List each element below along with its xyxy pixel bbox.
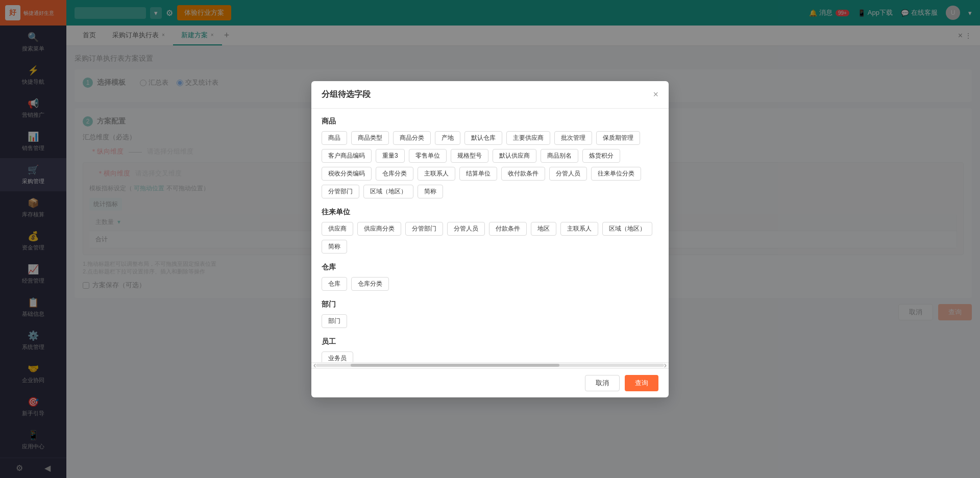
section-partner-title: 往来单位: [322, 208, 658, 217]
goods-fields: 商品 商品类型 商品分类 产地 默认仓库 主要供应商 批次管理 保质期管理 客户…: [322, 131, 658, 198]
section-employee: 员工 业务员: [322, 337, 658, 362]
field-重量3[interactable]: 重量3: [376, 149, 405, 163]
hscroll-thumb[interactable]: [351, 364, 559, 367]
modal-horizontal-scrollbar[interactable]: ‹ ›: [311, 362, 669, 368]
field-分管人员2[interactable]: 分管人员: [447, 222, 485, 236]
hscroll-track[interactable]: [316, 364, 664, 367]
field-主联系人2[interactable]: 主联系人: [560, 222, 598, 236]
field-供应商分类[interactable]: 供应商分类: [357, 222, 401, 236]
field-保质期管理[interactable]: 保质期管理: [596, 131, 640, 145]
field-结算单位[interactable]: 结算单位: [459, 167, 497, 181]
field-炼货积分[interactable]: 炼货积分: [582, 149, 620, 163]
field-往来单位分类[interactable]: 往来单位分类: [591, 167, 641, 181]
main-area: ▾ ⚙ 体验行业方案 🔔 消息 99+ 📱 App下载 💬 在线客服: [66, 0, 980, 478]
section-goods: 商品 商品 商品类型 商品分类 产地 默认仓库 主要供应商 批次管理 保质期管理: [322, 117, 658, 198]
field-主联系人[interactable]: 主联系人: [418, 167, 455, 181]
section-warehouse-title: 仓库: [322, 263, 658, 272]
field-商品分类[interactable]: 商品分类: [393, 131, 431, 145]
field-商品[interactable]: 商品: [322, 131, 347, 145]
section-goods-title: 商品: [322, 117, 658, 126]
field-税收分类编码[interactable]: 税收分类编码: [322, 167, 372, 181]
section-partner: 往来单位 供应商 供应商分类 分管部门 分管人员 付款条件 地区 主联系人 区域…: [322, 208, 658, 254]
field-默认仓库[interactable]: 默认仓库: [464, 131, 502, 145]
field-分管部门2[interactable]: 分管部门: [405, 222, 443, 236]
warehouse-fields: 仓库 仓库分类: [322, 277, 658, 291]
field-付款条件[interactable]: 付款条件: [489, 222, 527, 236]
field-仓库[interactable]: 仓库: [322, 277, 347, 291]
modal-title: 分组待选字段: [322, 89, 371, 100]
field-批次管理[interactable]: 批次管理: [554, 131, 592, 145]
employee-fields: 业务员: [322, 351, 658, 362]
section-warehouse: 仓库 仓库 仓库分类: [322, 263, 658, 291]
field-商品别名[interactable]: 商品别名: [541, 149, 578, 163]
modal-confirm-button[interactable]: 查询: [625, 375, 658, 391]
section-department: 部门 部门: [322, 300, 658, 328]
field-仓库分类[interactable]: 仓库分类: [376, 167, 413, 181]
modal-body[interactable]: 商品 商品 商品类型 商品分类 产地 默认仓库 主要供应商 批次管理 保质期管理: [311, 109, 669, 362]
modal-overlay: 分组待选字段 × 商品 商品 商品类型 商品分类 产地 默: [66, 46, 980, 478]
field-简称1[interactable]: 简称: [418, 185, 443, 198]
content-area: 采购订单执行表方案设置 1 选择模板 汇总表 交叉统计表: [66, 46, 980, 478]
modal-footer: 取消 查询: [311, 368, 669, 397]
field-供应商[interactable]: 供应商: [322, 222, 353, 236]
field-仓库分类2[interactable]: 仓库分类: [351, 277, 389, 291]
modal-cancel-button[interactable]: 取消: [585, 375, 620, 391]
field-select-modal: 分组待选字段 × 商品 商品 商品类型 商品分类 产地 默: [311, 81, 669, 397]
field-商品类型[interactable]: 商品类型: [351, 131, 389, 145]
field-简称2[interactable]: 简称: [322, 240, 347, 254]
field-主要供应商[interactable]: 主要供应商: [506, 131, 550, 145]
field-默认供应商[interactable]: 默认供应商: [493, 149, 536, 163]
field-业务员[interactable]: 业务员: [322, 351, 353, 362]
field-区域地区1[interactable]: 区域（地区）: [363, 185, 413, 198]
field-收付款条件[interactable]: 收付款条件: [501, 167, 545, 181]
field-客户商品编码[interactable]: 客户商品编码: [322, 149, 372, 163]
modal-header: 分组待选字段 ×: [311, 81, 669, 109]
field-产地[interactable]: 产地: [435, 131, 460, 145]
field-规格型号[interactable]: 规格型号: [451, 149, 488, 163]
department-fields: 部门: [322, 314, 658, 328]
field-零售单位[interactable]: 零售单位: [409, 149, 447, 163]
field-部门[interactable]: 部门: [322, 314, 347, 328]
section-department-title: 部门: [322, 300, 658, 309]
partner-fields: 供应商 供应商分类 分管部门 分管人员 付款条件 地区 主联系人 区域（地区） …: [322, 222, 658, 254]
section-employee-title: 员工: [322, 337, 658, 346]
modal-close-button[interactable]: ×: [653, 89, 658, 100]
field-分管人员[interactable]: 分管人员: [549, 167, 587, 181]
field-区域地区2[interactable]: 区域（地区）: [602, 222, 652, 236]
field-地区[interactable]: 地区: [531, 222, 556, 236]
field-分管部门[interactable]: 分管部门: [322, 185, 359, 198]
